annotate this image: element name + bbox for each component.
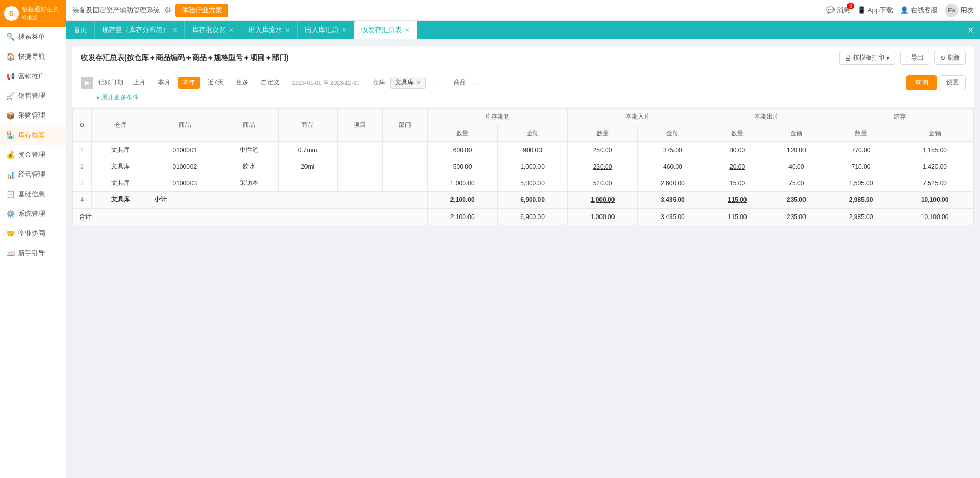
date-btn-custom[interactable]: 自定义 xyxy=(256,77,284,89)
export-button[interactable]: ↑ 导出 xyxy=(900,51,929,65)
date-btn-7days[interactable]: 近7天 xyxy=(203,77,228,89)
tab-inventory-dist[interactable]: 现存量（库存分布表）✕ xyxy=(95,21,185,39)
tab-batch-ledger[interactable]: 库存批次账✕ xyxy=(185,21,241,39)
goods-filter-dots[interactable]: ... xyxy=(471,79,480,87)
filter-row: ▶ 记账日期 上月 本月 本年 近7天 更多 自定义 2023-01-01 至 … xyxy=(81,75,966,90)
sidebar-item-basic-info[interactable]: 📋基础信息 xyxy=(0,184,66,204)
th-balance-group: 结存 xyxy=(826,109,973,125)
tab-recv-send-summary[interactable]: 收发存汇总表✕ xyxy=(354,21,417,39)
filter-arrow-button[interactable]: ▶ xyxy=(81,77,93,89)
warehouse-filter-dots[interactable]: ... xyxy=(431,79,440,87)
cell-in-amt: 460.00 xyxy=(638,158,708,175)
cell-num: 1 xyxy=(73,142,92,158)
goods-filter-label: 商品 xyxy=(454,78,466,87)
tab-home[interactable]: 首页 xyxy=(66,21,95,39)
tab-close-icon[interactable]: ✕ xyxy=(172,27,177,34)
sidebar-item-search[interactable]: 🔍搜索菜单 xyxy=(0,27,66,47)
date-btn-last-month[interactable]: 上月 xyxy=(128,77,150,89)
cell-project xyxy=(337,158,382,175)
cell-out-qty[interactable]: 15.00 xyxy=(708,175,767,192)
sidebar-item-finance[interactable]: 💰资金管理 xyxy=(0,145,66,165)
sidebar-item-enterprise[interactable]: 🤝企业协同 xyxy=(0,224,66,243)
sidebar-item-quick-nav[interactable]: 🏠快捷导航 xyxy=(0,47,66,66)
logo-text-line2: 标准版 xyxy=(22,14,59,21)
cell-bal-qty: 710.00 xyxy=(826,158,896,175)
th-out-group: 本期出库 xyxy=(708,109,826,125)
date-btn-this-month[interactable]: 本月 xyxy=(153,77,175,89)
subtotal-num: 4 xyxy=(73,192,92,209)
sidebar: 6 畅捷通好生意 标准版 🔍搜索菜单🏠快捷导航📢营销推广🛒销售管理📦采购管理🏪库… xyxy=(0,0,66,478)
print-dropdown-icon: ▾ xyxy=(886,54,889,62)
query-button[interactable]: 查询 xyxy=(906,75,937,90)
tab-in-out-flow[interactable]: 出入库流水✕ xyxy=(241,21,298,39)
cell-bal-amt: 1,420.00 xyxy=(896,158,974,175)
expand-filter-button[interactable]: ▾ 展开更多条件 xyxy=(96,93,966,102)
th-open-qty: 数量 xyxy=(428,125,498,142)
th-settings[interactable]: ⚙ xyxy=(73,109,92,142)
sidebar-item-label: 经营管理 xyxy=(18,170,45,179)
purchase-icon: 📦 xyxy=(6,111,15,120)
table-row: 3 文具库 0100003 采访本 1,000.00 5,000.00 520.… xyxy=(73,175,974,192)
online-service-button[interactable]: 👤 在线客服 xyxy=(900,6,938,15)
basic-info-icon: 📋 xyxy=(6,190,15,198)
tab-bar-close-button[interactable]: ✕ xyxy=(961,25,980,35)
refresh-button[interactable]: ↻ 刷新 xyxy=(934,51,966,65)
sidebar-item-operations[interactable]: 📊经营管理 xyxy=(0,165,66,184)
tab-in-out-summary[interactable]: 出入库汇总✕ xyxy=(298,21,354,39)
cell-name: 胶水 xyxy=(220,158,279,175)
cell-spec: 20ml xyxy=(278,158,337,175)
app-download-button[interactable]: 📱 App下载 xyxy=(857,6,893,15)
data-table: ⚙ 仓库 商品 商品 商品 项目 部门 库存期初 本期入库 本期出库 结存 数量 xyxy=(72,108,974,225)
filter-collapse-icon[interactable]: ▶ xyxy=(81,77,93,89)
sidebar-item-sales[interactable]: 🛒销售管理 xyxy=(0,86,66,106)
sidebar-item-label: 采购管理 xyxy=(18,111,45,120)
sidebar-item-guide[interactable]: 📖新手引导 xyxy=(0,243,66,263)
th-goods-code: 商品 xyxy=(150,109,220,142)
cell-in-qty[interactable]: 250.00 xyxy=(567,142,637,158)
cell-in-qty[interactable]: 230.00 xyxy=(567,158,637,175)
cell-bal-qty: 1,505.00 xyxy=(826,175,896,192)
tab-close-icon[interactable]: ✕ xyxy=(229,27,233,34)
cell-name: 中性笔 xyxy=(220,142,279,158)
cell-bal-qty: 770.00 xyxy=(826,142,896,158)
table-row: 1 文具库 0100001 中性笔 0.7mm 600.00 900.00 25… xyxy=(73,142,974,158)
sidebar-item-inventory[interactable]: 🏪库存核算 xyxy=(0,125,66,145)
date-btn-this-year[interactable]: 本年 xyxy=(178,77,200,89)
cell-in-qty[interactable]: 520.00 xyxy=(567,175,637,192)
cell-project xyxy=(337,142,382,158)
cell-num: 2 xyxy=(73,158,92,175)
message-button[interactable]: 💬 消息 6 xyxy=(826,6,850,15)
cell-out-qty[interactable]: 80.00 xyxy=(708,142,767,158)
cell-spec xyxy=(278,175,337,192)
settings-button[interactable]: 设置 xyxy=(940,75,966,90)
cell-dept xyxy=(382,175,427,192)
date-btn-more[interactable]: 更多 xyxy=(231,77,253,89)
subtotal-bal-qty: 2,985.00 xyxy=(826,192,896,209)
expand-icon: ▾ xyxy=(96,94,99,102)
tab-close-icon[interactable]: ✕ xyxy=(405,27,409,34)
sales-icon: 🛒 xyxy=(6,92,15,100)
tab-close-icon[interactable]: ✕ xyxy=(285,27,290,34)
tab-close-icon[interactable]: ✕ xyxy=(342,27,346,34)
logo-text-line1: 畅捷通好生意 xyxy=(22,6,59,14)
warehouse-tag-close[interactable]: ✕ xyxy=(416,79,421,86)
sidebar-item-marketing[interactable]: 📢营销推广 xyxy=(0,66,66,86)
experience-button[interactable]: 体验行业方案 xyxy=(175,4,228,17)
cell-out-qty[interactable]: 20.00 xyxy=(708,158,767,175)
date-range-text: 2023-01-01 至 2023-12-31 xyxy=(292,80,360,86)
print-button[interactable]: 🖨 按模板打印 ▾ xyxy=(839,51,895,65)
table-row: 2 文具库 0100002 胶水 20ml 500.00 1,000.00 23… xyxy=(73,158,974,175)
sidebar-item-purchase[interactable]: 📦采购管理 xyxy=(0,106,66,125)
header-right: 💬 消息 6 📱 App下载 👤 在线客服 Ea 用友 xyxy=(826,4,974,17)
tab-label: 现存量（库存分布表） xyxy=(102,25,169,35)
cell-out-amt: 75.00 xyxy=(767,175,826,192)
tab-label: 出入库汇总 xyxy=(305,25,339,35)
system-title: 装备及固定资产辅助管理系统 xyxy=(72,6,160,15)
user-area[interactable]: Ea 用友 xyxy=(945,4,974,17)
th-open-group: 库存期初 xyxy=(428,109,568,125)
settings-icon[interactable]: ⚙ xyxy=(164,5,171,15)
cell-name: 采访本 xyxy=(220,175,279,192)
sidebar-item-system[interactable]: ⚙️系统管理 xyxy=(0,204,66,224)
th-goods-name: 商品 xyxy=(220,109,279,142)
th-goods-spec: 商品 xyxy=(278,109,337,142)
